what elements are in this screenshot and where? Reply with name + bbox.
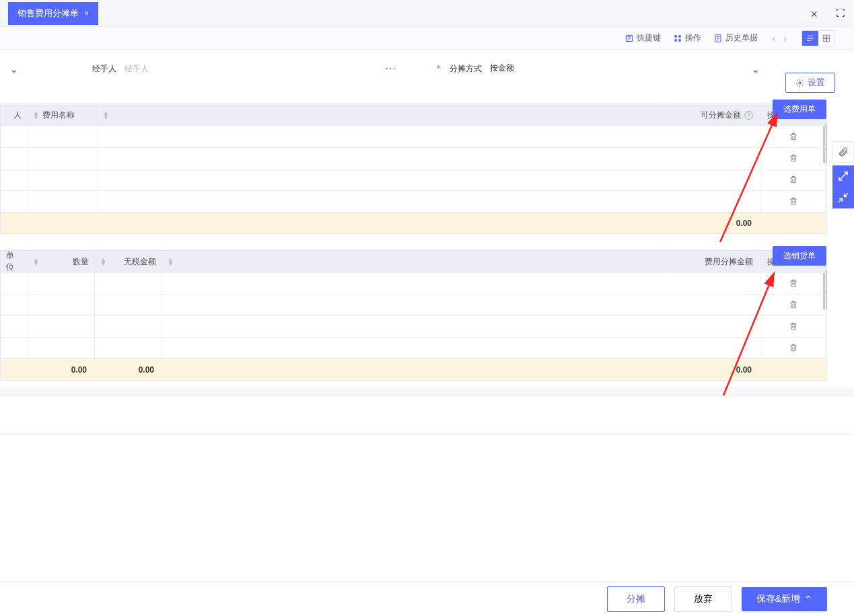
table-row[interactable]	[1, 272, 826, 294]
shortcuts-button[interactable]: 快捷键	[625, 32, 661, 44]
expense-table: 人 ▲▼ 费用名称 ▲▼ 可分摊金额 ? 操作	[0, 104, 826, 234]
view-list-icon[interactable]	[802, 31, 818, 46]
settings-button[interactable]: 设置	[785, 73, 835, 93]
col-name: 费用名称	[42, 110, 75, 121]
sort-icon[interactable]: ▲▼	[100, 258, 106, 266]
divider-line	[0, 434, 854, 435]
sales-thead: 单位 ▲▼ 数量 ▲▼ 无税金额 ▲▼ 费用分摊金额 操作	[1, 251, 826, 272]
sort-icon[interactable]: ▲▼	[168, 258, 174, 266]
tab-active[interactable]: 销售费用分摊单 ×	[8, 2, 98, 25]
delete-row-icon[interactable]	[789, 153, 798, 165]
svg-rect-8	[823, 38, 826, 41]
method-input[interactable]	[489, 61, 744, 77]
svg-point-10	[799, 81, 801, 83]
svg-rect-4	[678, 39, 681, 42]
svg-rect-1	[674, 35, 677, 38]
method-field: * 分摊方式 ⌄	[437, 61, 760, 77]
settings-label: 设置	[808, 77, 825, 89]
tab-bar: 销售费用分摊单 × ×	[0, 0, 854, 27]
operate-button[interactable]: 操作	[673, 32, 701, 44]
shortcuts-label: 快捷键	[637, 32, 661, 44]
expense-thead: 人 ▲▼ 费用名称 ▲▼ 可分摊金额 ? 操作	[1, 104, 826, 126]
operate-label: 操作	[685, 32, 701, 44]
toolbar-row: 快捷键 操作 历史单据 ‹ ›	[0, 27, 854, 50]
method-dropdown-icon[interactable]: ⌄	[751, 63, 760, 75]
sort-icon[interactable]: ▲▼	[103, 111, 109, 119]
fullscreen-icon[interactable]	[835, 7, 846, 20]
view-card-icon[interactable]	[818, 31, 834, 46]
svg-rect-6	[823, 35, 826, 38]
history-button[interactable]: 历史单据	[713, 32, 758, 44]
total-alloc: 0.00	[728, 365, 760, 375]
table-row[interactable]	[1, 190, 826, 212]
save-new-button[interactable]: 保存&新增 ⌃	[742, 587, 827, 611]
history-label: 历史单据	[725, 32, 758, 44]
tab-close-icon[interactable]: ×	[84, 9, 89, 18]
expand-in-icon[interactable]	[832, 187, 854, 208]
delete-row-icon[interactable]	[789, 278, 798, 290]
required-mark: *	[437, 64, 440, 73]
prev-record-icon[interactable]: ‹	[770, 33, 779, 44]
divider	[0, 387, 854, 397]
svg-rect-9	[827, 38, 830, 41]
svg-rect-2	[678, 35, 681, 38]
select-expense-button[interactable]: 选费用单	[773, 100, 826, 119]
col-alloc: 费用分摊金额	[705, 256, 753, 268]
total-notax: 0.00	[95, 365, 162, 375]
spacer	[0, 397, 854, 434]
col-amount: 可分摊金额	[701, 110, 741, 121]
svg-rect-7	[827, 35, 830, 38]
table-row[interactable]	[1, 126, 826, 147]
expand-out-icon[interactable]	[832, 165, 854, 187]
view-toggle	[802, 30, 835, 46]
info-icon[interactable]: ?	[744, 111, 753, 120]
handler-field: 经手人 ···	[92, 61, 396, 77]
total-amount: 0.00	[728, 219, 760, 228]
sort-icon[interactable]: ▲▼	[33, 258, 39, 266]
table-row[interactable]	[1, 294, 826, 315]
handler-more-icon[interactable]: ···	[386, 64, 396, 73]
delete-row-icon[interactable]	[789, 321, 798, 333]
save-new-label: 保存&新增	[756, 593, 800, 605]
sales-tbody	[1, 272, 826, 358]
side-float	[832, 141, 854, 208]
table-row[interactable]	[1, 337, 826, 358]
next-record-icon[interactable]: ›	[781, 33, 789, 44]
form-row: ⌄ 经手人 ··· * 分摊方式 ⌄	[0, 50, 854, 87]
delete-row-icon[interactable]	[789, 343, 798, 354]
sales-section: 选销货单 单位 ▲▼ 数量 ▲▼ 无税金额 ▲▼ 费用分摊金额	[0, 250, 854, 381]
sales-tfoot: 0.00 0.00 0.00	[1, 358, 826, 380]
total-qty: 0.00	[28, 365, 95, 375]
expense-tfoot: 0.00	[1, 212, 826, 233]
delete-row-icon[interactable]	[789, 175, 798, 186]
chevron-up-icon: ⌃	[804, 594, 812, 605]
nav-arrows: ‹ ›	[770, 33, 789, 44]
handler-input[interactable]	[123, 61, 379, 77]
handler-label: 经手人	[92, 63, 116, 75]
sort-icon[interactable]: ▲▼	[33, 111, 39, 119]
tab-title: 销售费用分摊单	[17, 7, 79, 20]
window-close-icon[interactable]: ×	[805, 6, 823, 23]
bottom-bar: 分摊 放弃 保存&新增 ⌃	[0, 581, 854, 616]
attachment-icon[interactable]	[832, 141, 854, 163]
expense-tbody	[1, 126, 826, 212]
discard-button[interactable]: 放弃	[674, 586, 732, 612]
method-label: 分摊方式	[450, 63, 482, 75]
select-sales-button[interactable]: 选销货单	[773, 246, 826, 266]
col-qty: 数量	[42, 256, 89, 268]
delete-row-icon[interactable]	[789, 132, 798, 143]
svg-rect-3	[674, 39, 677, 42]
table-row[interactable]	[1, 315, 826, 337]
table-row[interactable]	[1, 147, 826, 169]
col-payee: 人	[13, 110, 22, 121]
col-unit: 单位	[6, 250, 22, 273]
table-row[interactable]	[1, 169, 826, 190]
expand-dropdown-icon[interactable]: ⌄	[9, 63, 18, 75]
allocate-button[interactable]: 分摊	[607, 586, 665, 612]
delete-row-icon[interactable]	[789, 196, 798, 208]
expense-section: 选费用单 人 ▲▼ 费用名称 ▲▼ 可分摊金额 ? 操作	[0, 104, 854, 234]
sales-table: 单位 ▲▼ 数量 ▲▼ 无税金额 ▲▼ 费用分摊金额 操作	[0, 250, 826, 381]
delete-row-icon[interactable]	[789, 300, 798, 311]
col-notax: 无税金额	[110, 256, 156, 268]
